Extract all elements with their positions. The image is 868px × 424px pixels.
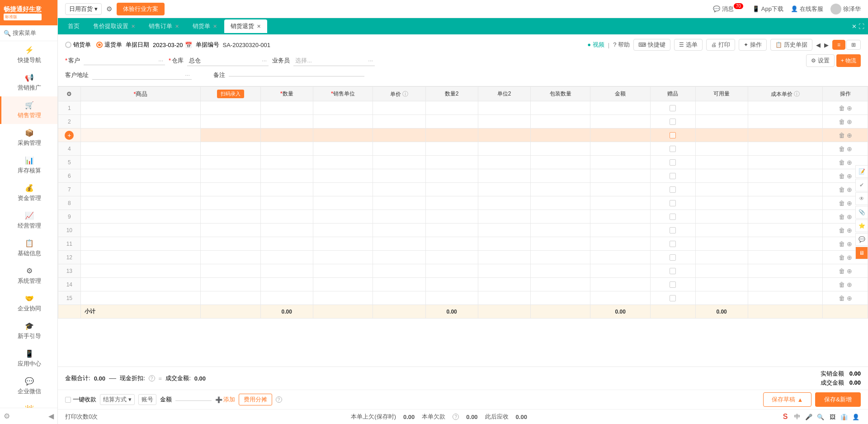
- settings-btn[interactable]: ⚙ 设置: [806, 54, 834, 67]
- copy-icon[interactable]: ⊕: [847, 186, 852, 193]
- sidebar-item-basic[interactable]: 📋 基础信息: [0, 234, 57, 262]
- strip-icon-s[interactable]: S: [780, 412, 790, 422]
- cost-info-icon[interactable]: ⓘ: [794, 91, 800, 97]
- qty-cell[interactable]: [260, 101, 313, 115]
- delete-icon[interactable]: 🗑: [839, 254, 845, 261]
- radio-return[interactable]: 退货单: [96, 41, 122, 49]
- right-icon-6[interactable]: 💬: [855, 233, 868, 246]
- delete-icon[interactable]: 🗑: [839, 159, 845, 166]
- topbar-gear-icon[interactable]: ⚙: [106, 5, 112, 13]
- sidebar-collapse-btn[interactable]: ◀: [48, 412, 54, 420]
- copy-icon[interactable]: ⊕: [847, 240, 852, 248]
- message-btn[interactable]: 💬 消息 70: [713, 5, 745, 13]
- th-settings[interactable]: ⚙: [58, 87, 81, 101]
- copy-icon[interactable]: ⊕: [847, 281, 852, 288]
- th-scan[interactable]: 扫码录入: [201, 87, 261, 101]
- price-cell[interactable]: [373, 101, 425, 115]
- history-btn[interactable]: 📋 历史单据: [770, 39, 812, 51]
- sidebar-item-quick-nav[interactable]: ⚡ 快捷导航: [0, 41, 57, 69]
- copy-icon[interactable]: ⊕: [847, 295, 852, 302]
- right-icon-3[interactable]: 👁: [855, 192, 868, 205]
- copy-icon[interactable]: ⊕: [847, 267, 852, 275]
- copy-icon[interactable]: ⊕: [847, 118, 852, 125]
- sidebar-item-apps[interactable]: 📱 应用中心: [0, 345, 57, 372]
- salesperson-field[interactable]: 选择... ···: [293, 56, 375, 66]
- copy-icon[interactable]: ⊕: [847, 145, 852, 152]
- sidebar-item-system[interactable]: ⚙ 系统管理: [0, 262, 57, 290]
- next-btn[interactable]: ▶: [824, 42, 829, 48]
- list-view-btn[interactable]: ≡: [832, 40, 845, 50]
- delete-icon[interactable]: 🗑: [839, 227, 845, 234]
- delete-icon[interactable]: 🗑: [839, 281, 845, 288]
- tab-price-extract-close[interactable]: ✕: [131, 24, 135, 29]
- print-btn[interactable]: 🖨 打印: [706, 39, 735, 51]
- tab-home[interactable]: 首页: [61, 19, 86, 33]
- sidebar-settings-btn[interactable]: ⚙: [4, 412, 10, 420]
- delete-icon[interactable]: 🗑: [839, 267, 845, 275]
- sidebar-item-guide[interactable]: 🎓 新手引导: [0, 317, 57, 345]
- delete-icon[interactable]: 🗑: [839, 186, 845, 193]
- product-cell[interactable]: [80, 101, 200, 115]
- operate-btn[interactable]: ✦ 操作: [739, 39, 767, 51]
- delete-icon[interactable]: 🗑: [839, 200, 845, 207]
- add-logistics-btn[interactable]: + 物流: [836, 54, 861, 67]
- question-icon[interactable]: ?: [149, 375, 155, 381]
- fee-question-icon[interactable]: ?: [276, 396, 282, 403]
- sidebar-item-enterprise[interactable]: 🤝 企业协同: [0, 290, 57, 317]
- right-icon-2[interactable]: ✔: [855, 179, 868, 191]
- fee-split-btn[interactable]: 费用分摊: [239, 394, 272, 405]
- tab-close-all[interactable]: ✕: [852, 23, 857, 30]
- right-icon-4[interactable]: 📎: [855, 206, 868, 219]
- date-field[interactable]: 2023-03-20 📅: [153, 42, 192, 48]
- tab-sales-order-close[interactable]: ✕: [175, 24, 179, 29]
- right-icon-5[interactable]: ⭐: [855, 219, 868, 232]
- right-icon-1[interactable]: 📝: [855, 165, 868, 178]
- strip-icon-shirt[interactable]: 👔: [839, 412, 849, 422]
- tab-sales-delivery[interactable]: 销货单 ✕: [186, 19, 223, 33]
- delete-icon[interactable]: 🗑: [839, 132, 845, 139]
- save-draft-btn[interactable]: 保存草稿 ▲: [763, 392, 811, 407]
- video-btn[interactable]: ● 视频: [587, 41, 604, 49]
- scan-btn[interactable]: 扫码录入: [217, 90, 244, 98]
- debit-question-icon[interactable]: ?: [453, 414, 459, 420]
- copy-icon[interactable]: ⊕: [847, 105, 852, 112]
- address-field[interactable]: ···: [92, 71, 192, 80]
- product-input[interactable]: [83, 132, 198, 138]
- strip-icon-search[interactable]: 🔍: [816, 412, 826, 422]
- sidebar-item-member[interactable]: 👑 畅会员: [0, 400, 57, 408]
- delete-icon[interactable]: 🗑: [839, 145, 845, 152]
- tab-sales-delivery-close[interactable]: ✕: [213, 24, 217, 29]
- app-download-btn[interactable]: 📱 App下载: [752, 5, 783, 13]
- copy-icon[interactable]: ⊕: [847, 254, 852, 261]
- delete-icon[interactable]: 🗑: [839, 295, 845, 302]
- sidebar-item-wechat[interactable]: 💬 企业微信: [0, 372, 57, 400]
- sidebar-item-purchase[interactable]: 📦 采购管理: [0, 124, 57, 152]
- card-view-btn[interactable]: ⊞: [846, 40, 861, 50]
- pack-qty-cell[interactable]: [530, 101, 590, 115]
- add-link[interactable]: ➕ 添加: [215, 395, 235, 404]
- copy-icon[interactable]: ⊕: [847, 159, 852, 166]
- tab-price-extract[interactable]: 售价提取设置 ✕: [87, 19, 142, 33]
- trial-btn[interactable]: 体验行业方案: [117, 3, 165, 15]
- strip-icon-person[interactable]: 👤: [851, 412, 861, 422]
- unit-cell[interactable]: [313, 101, 373, 115]
- copy-icon[interactable]: ⊕: [847, 172, 852, 180]
- settle-method-select[interactable]: 结算方式 ▾: [100, 394, 135, 405]
- account-select[interactable]: 账号: [138, 394, 156, 405]
- tab-sales-return-close[interactable]: ✕: [257, 24, 261, 29]
- tab-sales-order[interactable]: 销售订单 ✕: [142, 19, 185, 33]
- industry-select[interactable]: 日用百货 ▾: [65, 3, 102, 15]
- sidebar-item-finance[interactable]: 💰 资金管理: [0, 179, 57, 207]
- tab-sales-return[interactable]: 销货退货 ✕: [224, 19, 267, 33]
- sidebar-item-sales[interactable]: 🛒 销售管理: [0, 96, 57, 124]
- radio-delivery[interactable]: 销货单: [65, 41, 91, 49]
- amount-cell[interactable]: [590, 101, 651, 115]
- delete-icon[interactable]: 🗑: [839, 105, 845, 112]
- delete-icon[interactable]: 🗑: [839, 172, 845, 180]
- tab-expand[interactable]: ⛶: [859, 23, 864, 30]
- strip-icon-mic[interactable]: 🎤: [804, 412, 814, 422]
- delete-icon[interactable]: 🗑: [839, 213, 845, 220]
- add-row-btn[interactable]: +: [65, 131, 74, 140]
- delete-icon[interactable]: 🗑: [839, 118, 845, 125]
- amount-input[interactable]: [175, 399, 212, 401]
